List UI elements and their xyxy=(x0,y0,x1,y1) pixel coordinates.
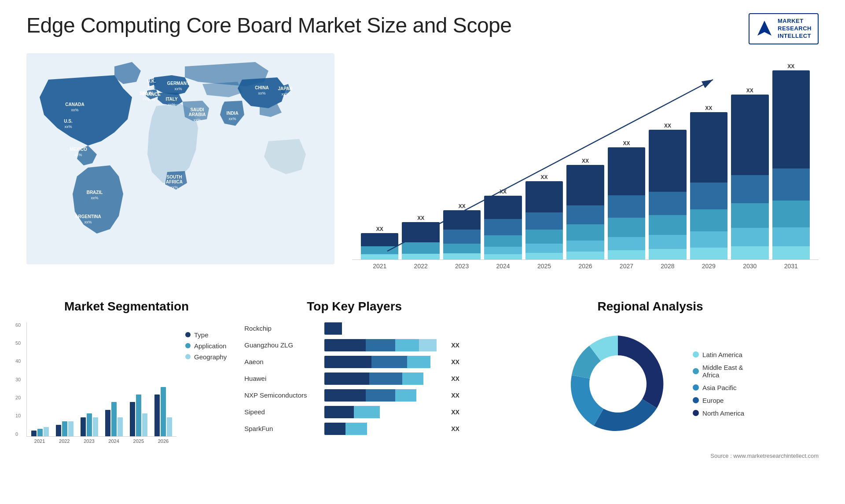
player-bar-guangzhou xyxy=(324,339,442,351)
svg-text:CHINA: CHINA xyxy=(255,85,269,90)
year-label: 2024 xyxy=(484,263,522,270)
svg-text:xx%: xx% xyxy=(71,108,78,112)
legend-application: Application xyxy=(185,342,227,350)
donut-chart xyxy=(556,322,680,446)
player-bar-huawei xyxy=(324,373,442,385)
player-value-sparkfun: XX xyxy=(451,425,464,432)
regional-title: Regional Analysis xyxy=(482,299,819,314)
legend-asia-pacific: Asia Pacific xyxy=(693,384,744,391)
europe-dot xyxy=(693,397,699,403)
svg-text:SOUTH: SOUTH xyxy=(167,175,182,179)
year-label: 2025 xyxy=(525,263,563,270)
bar-2027: XX xyxy=(608,140,645,259)
page-title: Edge Computing Core Board Market Size an… xyxy=(26,13,511,37)
legend-type: Type xyxy=(185,331,227,339)
svg-text:xx%: xx% xyxy=(74,153,82,157)
bottom-section: Market Segmentation 0 10 20 30 40 50 60 xyxy=(26,299,819,459)
svg-text:xx%: xx% xyxy=(147,84,155,89)
legend-middle-east: Middle East &Africa xyxy=(693,364,744,379)
svg-text:xx%: xx% xyxy=(168,102,175,107)
svg-text:xx%: xx% xyxy=(281,92,289,96)
year-label: 2023 xyxy=(443,263,481,270)
player-value-sipeed: XX xyxy=(451,409,464,416)
year-label: 2021 xyxy=(361,263,398,270)
player-name-sipeed: Sipeed xyxy=(244,408,319,416)
logo: MARKET RESEARCH INTELLECT xyxy=(749,13,819,44)
svg-text:xx%: xx% xyxy=(258,91,265,95)
asia-pacific-dot xyxy=(693,384,699,391)
legend-north-america: North America xyxy=(693,409,744,417)
player-sparkfun: SparkFun XX xyxy=(244,423,464,435)
seg-x-labels: 2021 2022 2023 2024 2025 2026 xyxy=(26,437,176,446)
svg-text:xx%: xx% xyxy=(170,185,178,190)
growth-chart-container: XX XX xyxy=(352,53,819,282)
bar-2029: XX xyxy=(690,105,727,259)
svg-marker-0 xyxy=(757,21,772,36)
player-bar-aaeon xyxy=(324,356,442,368)
type-dot xyxy=(185,332,191,337)
segmentation-section: Market Segmentation 0 10 20 30 40 50 60 xyxy=(26,299,227,446)
legend-geography-label: Geography xyxy=(194,353,227,361)
seg-bar-2025 xyxy=(130,394,147,436)
player-guangzhou: Guangzhou ZLG XX xyxy=(244,339,464,351)
svg-text:ARABIA: ARABIA xyxy=(189,112,206,117)
year-label: 2028 xyxy=(649,263,686,270)
svg-text:CANADA: CANADA xyxy=(65,102,84,107)
seg-bars xyxy=(26,322,176,437)
svg-text:AFRICA: AFRICA xyxy=(166,179,183,184)
svg-text:xx%: xx% xyxy=(174,87,182,91)
svg-text:INDIA: INDIA xyxy=(226,111,238,116)
segmentation-title: Market Segmentation xyxy=(26,299,227,314)
player-value-nxp: XX xyxy=(451,392,464,399)
north-america-dot xyxy=(693,410,699,416)
player-name-rockchip: Rockchip xyxy=(244,325,319,332)
player-huawei: Huawei XX xyxy=(244,373,464,385)
svg-text:GERMANY: GERMANY xyxy=(167,81,189,86)
year-label: 2031 xyxy=(772,263,810,270)
svg-text:ITALY: ITALY xyxy=(165,97,178,102)
player-nxp: NXP Semiconductors XX xyxy=(244,389,464,402)
seg-content: 0 10 20 30 40 50 60 xyxy=(26,322,227,446)
world-map: CANADA xx% U.S. xx% MEXICO xx% BRAZIL xx… xyxy=(26,53,334,264)
legend-europe: Europe xyxy=(693,397,744,404)
regional-section: Regional Analysis xyxy=(482,299,819,459)
player-name-sparkfun: SparkFun xyxy=(244,425,319,432)
growth-x-labels: 2021 2022 2023 2024 2025 2026 2027 2028 … xyxy=(352,260,819,270)
logo-icon xyxy=(756,20,773,37)
player-name-huawei: Huawei xyxy=(244,375,319,382)
player-name-aaeon: Aaeon xyxy=(244,358,319,365)
svg-text:xx%: xx% xyxy=(228,117,236,121)
year-label: 2022 xyxy=(402,263,439,270)
player-sipeed: Sipeed XX xyxy=(244,406,464,418)
legend-geography: Geography xyxy=(185,353,227,361)
source-text: Source : www.marketresearchintellect.com xyxy=(482,453,819,459)
player-name-guangzhou: Guangzhou ZLG xyxy=(244,341,319,349)
year-label: 2030 xyxy=(731,263,768,270)
seg-y-labels: 0 10 20 30 40 50 60 xyxy=(15,322,21,437)
logo-text: MARKET RESEARCH INTELLECT xyxy=(778,18,812,40)
bar-2025: XX xyxy=(525,174,563,259)
year-label: 2027 xyxy=(608,263,645,270)
legend-asia-pacific-label: Asia Pacific xyxy=(702,384,737,391)
svg-text:SAUDI: SAUDI xyxy=(190,107,204,112)
seg-bar-2023 xyxy=(81,413,98,436)
key-players-section: Top Key Players Rockchip Guangzhou ZLG xyxy=(244,299,464,435)
player-bar-nxp xyxy=(324,389,442,402)
player-bar-rockchip xyxy=(324,322,442,335)
bar-2030: XX xyxy=(731,88,768,259)
bar-2026: XX xyxy=(566,158,604,259)
latin-america-dot xyxy=(693,351,699,358)
seg-chart-area: 0 10 20 30 40 50 60 xyxy=(26,322,176,446)
players-list: Rockchip Guangzhou ZLG XX xyxy=(244,322,464,435)
bar-2024: XX xyxy=(484,189,522,259)
segmentation-legend: Type Application Geography xyxy=(185,331,227,361)
svg-point-35 xyxy=(589,355,647,413)
svg-text:MEXICO: MEXICO xyxy=(70,147,87,152)
bar-2023: XX xyxy=(443,203,481,259)
map-container: CANADA xx% U.S. xx% MEXICO xx% BRAZIL xx… xyxy=(26,53,334,282)
svg-text:xx%: xx% xyxy=(142,97,150,101)
player-bar-sparkfun xyxy=(324,423,442,435)
legend-middle-east-label: Middle East &Africa xyxy=(702,364,743,379)
regional-legend: Latin America Middle East &Africa Asia P… xyxy=(693,351,744,417)
player-rockchip: Rockchip xyxy=(244,322,464,335)
